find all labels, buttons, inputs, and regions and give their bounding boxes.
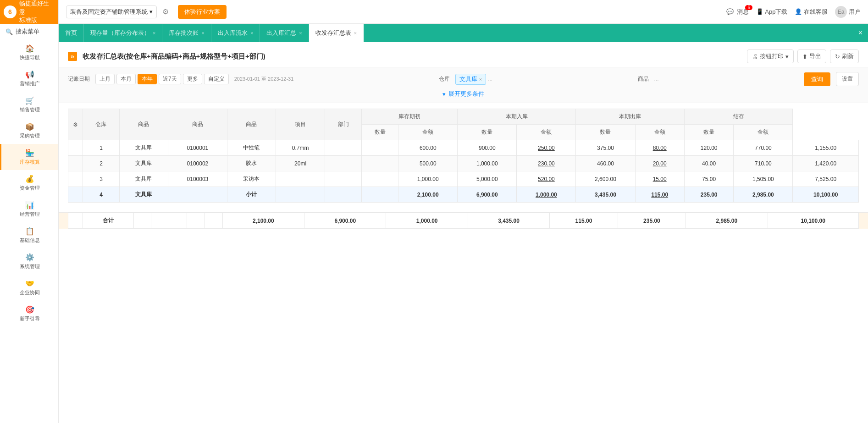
trial-button[interactable]: 体验行业方案	[178, 5, 227, 19]
chevron-down-icon: ▾	[149, 8, 153, 15]
row-opening-qty: 2,100.00	[398, 187, 458, 203]
footer-empty-6	[205, 213, 222, 229]
tab-batch-ledger[interactable]: 库存批次账 ×	[162, 24, 211, 42]
row-balance-amt: 1,155.00	[793, 140, 859, 156]
row-balance-qty: 710.00	[734, 156, 793, 171]
col-settings-icon[interactable]: ⚙	[68, 109, 83, 140]
topbar: 装备及固定资产辅助管理系统 ▾ ⚙ 体验行业方案 💬 6 消息 📱 App下载 …	[59, 0, 868, 24]
table-row: 2文具库0100002胶水20ml500.001,000.00230.00460…	[68, 156, 859, 171]
expand-arrow-icon: ▾	[442, 91, 446, 98]
tab-inout-summary[interactable]: 出入库汇总 ×	[260, 24, 309, 42]
service-icon: 👤	[795, 8, 802, 15]
row-inbound-qty[interactable]: 250.00	[517, 140, 576, 156]
content-area: » 收发存汇总表(按仓库+商品编码+商品+规格型号+项目+部门) 🖨 按钮打印 …	[59, 42, 868, 423]
sidebar-item-base-info[interactable]: 📋 基础信息	[0, 222, 58, 248]
refresh-button[interactable]: ↻ 刷新	[830, 49, 859, 63]
row-project	[325, 156, 362, 171]
sidebar-item-finance[interactable]: 💰 资金管理	[0, 170, 58, 196]
settings-button[interactable]: 设置	[836, 72, 859, 86]
row-inbound-qty[interactable]: 520.00	[517, 171, 576, 187]
warehouse-more[interactable]: ...	[488, 76, 492, 82]
system-icon: ⚙️	[25, 253, 34, 262]
row-inbound-qty[interactable]: 1,000.00	[517, 187, 576, 203]
sidebar-item-guide[interactable]: 🎯 新手引导	[0, 301, 58, 327]
date-range: 2023-01-01 至 2023-12-31	[234, 76, 294, 82]
close-all-tabs[interactable]: ×	[853, 29, 868, 37]
print-button[interactable]: 🖨 按钮打印 ▾	[747, 49, 794, 63]
row-inbound-qty[interactable]: 230.00	[517, 156, 576, 171]
system-title: 装备及固定资产辅助管理系统	[70, 8, 148, 16]
sidebar-item-sales[interactable]: 🛒 销售管理	[0, 92, 58, 118]
tab-close-icon[interactable]: ×	[250, 30, 253, 36]
footer-row: 合计 2,100.00 6,900.00 1,000.00 3,435.00 1…	[68, 213, 859, 229]
row-goods-name: 小计	[227, 187, 276, 203]
date-btn-custom[interactable]: 自定义	[204, 74, 229, 84]
row-goods-code: 0100002	[168, 156, 227, 171]
warehouse-selector[interactable]: 文具库 × ...	[455, 74, 492, 85]
opening-qty-header: 数量	[362, 125, 398, 140]
col-project: 项目	[276, 109, 325, 140]
search-menu-label: 搜索菜单	[16, 27, 39, 36]
query-button[interactable]: 查询	[804, 72, 830, 86]
tab-home[interactable]: 首页	[59, 24, 84, 42]
app-download-icon: 📱	[756, 8, 763, 15]
row-warehouse: 文具库	[119, 187, 168, 203]
sidebar-item-inventory[interactable]: 🏪 库存核算	[0, 144, 58, 170]
date-btn-this-month[interactable]: 本月	[116, 74, 136, 84]
col-opening: 库存期初	[362, 109, 458, 125]
tab-close-icon[interactable]: ×	[299, 30, 302, 36]
row-outbound-qty[interactable]: 20.00	[635, 156, 684, 171]
tab-stock-dist[interactable]: 现存量（库存分布表） ×	[84, 24, 162, 42]
row-outbound-amt: 75.00	[684, 171, 733, 187]
footer-opening-amt: 6,900.00	[304, 213, 386, 229]
row-outbound-qty[interactable]: 115.00	[635, 187, 684, 203]
expand-toggle[interactable]: »	[68, 52, 77, 61]
sidebar-item-enterprise[interactable]: 🤝 企业协同	[0, 275, 58, 301]
message-badge[interactable]: 💬 6 消息	[726, 8, 749, 16]
row-no: 1	[83, 140, 120, 156]
tab-close-icon[interactable]: ×	[354, 30, 357, 36]
warehouse-tag[interactable]: 文具库 ×	[455, 74, 486, 85]
row-outbound-qty[interactable]: 80.00	[635, 140, 684, 156]
export-button[interactable]: ⬆ 导出	[797, 49, 826, 63]
warehouse-tag-remove[interactable]: ×	[479, 77, 482, 82]
row-outbound-qty[interactable]: 15.00	[635, 171, 684, 187]
row-inbound-amt: 460.00	[576, 156, 635, 171]
print-label: 按钮打印	[760, 52, 784, 60]
table-header-row: ⚙ 仓库 商品 商品 商品 项目 部门 库存期初 本期入库 本期出库 结存	[68, 109, 859, 125]
sidebar-item-purchase[interactable]: 📦 采购管理	[0, 118, 58, 144]
sidebar-item-label: 新手引导	[20, 315, 40, 322]
tab-inout-flow[interactable]: 出入库流水 ×	[211, 24, 260, 42]
tab-close-icon[interactable]: ×	[153, 30, 155, 36]
sidebar-item-marketing[interactable]: 📢 营销推广	[0, 66, 58, 92]
col-inbound: 本期入库	[458, 109, 576, 125]
sidebar-item-operations[interactable]: 📊 经营管理	[0, 196, 58, 222]
col-department: 部门	[325, 109, 362, 140]
app-download-link[interactable]: 📱 App下载	[756, 8, 787, 16]
col-goods-code: 商品	[119, 109, 168, 140]
date-btn-this-year[interactable]: 本年	[138, 74, 157, 84]
search-menu[interactable]: 🔍 搜索菜单	[0, 24, 58, 39]
date-btn-more[interactable]: 更多	[183, 74, 202, 84]
avatar: Ea	[835, 6, 847, 18]
sidebar-item-system[interactable]: ⚙️ 系统管理	[0, 248, 58, 275]
settings-icon[interactable]: ⚙	[162, 7, 169, 16]
date-btn-7days[interactable]: 近7天	[159, 74, 181, 84]
tab-close-icon[interactable]: ×	[201, 30, 204, 36]
tabs-bar: 首页 现存量（库存分布表） × 库存批次账 × 出入库流水 × 出入库汇总 × …	[59, 24, 868, 42]
balance-amt-header: 金额	[734, 125, 793, 140]
online-service-link[interactable]: 👤 在线客服	[795, 8, 828, 16]
tab-recv-send-summary[interactable]: 收发存汇总表 ×	[309, 24, 364, 42]
sidebar-item-quick-nav[interactable]: 🏠 快捷导航	[0, 39, 58, 66]
row-goods-code	[168, 187, 227, 203]
user-label: 用户	[849, 8, 861, 16]
goods-more[interactable]: ...	[654, 76, 659, 82]
date-btn-last-month[interactable]: 上月	[95, 74, 115, 84]
expand-conditions-btn[interactable]: ▾ 展开更多条件	[442, 90, 484, 98]
footer-inbound-amt: 3,435.00	[468, 213, 549, 229]
user-menu[interactable]: Ea 用户	[835, 6, 861, 18]
footer-label: 合计	[83, 213, 134, 229]
tab-recv-send-label: 收发存汇总表	[315, 29, 351, 37]
system-selector[interactable]: 装备及固定资产辅助管理系统 ▾	[66, 5, 157, 18]
row-inbound-amt: 3,435.00	[576, 187, 635, 203]
